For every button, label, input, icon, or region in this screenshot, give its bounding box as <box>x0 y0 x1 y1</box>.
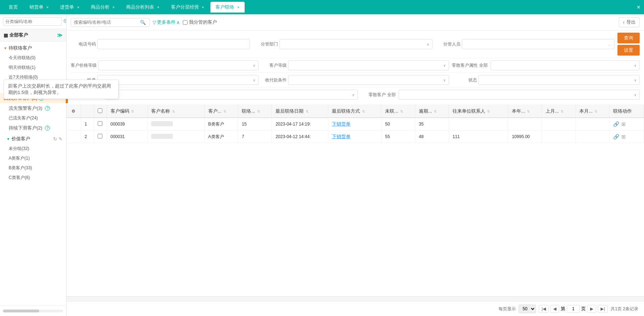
lost-potential[interactable]: 流失预警客户(3) ? <box>0 103 66 113</box>
row1-last-method[interactable]: 下销货单 <box>328 118 381 131</box>
tab-purchase-order[interactable]: 进货单 × <box>55 2 84 13</box>
toolbar-search-icon[interactable]: 🔍 <box>140 20 146 25</box>
dept-label: 分管部门 <box>253 41 278 47</box>
a-class-customers[interactable]: A类客户(1) <box>0 154 66 163</box>
gender-select[interactable]: ∨ <box>97 75 259 85</box>
sidebar-scrollbar[interactable] <box>3 310 63 312</box>
customer-grade-sort: ⇅ <box>223 109 226 113</box>
col-this-month-header[interactable]: 本月... ⇅ <box>575 105 609 118</box>
col-unit-contact-header[interactable]: 往来单位联系人 ⇅ <box>449 105 508 118</box>
refresh-icon[interactable]: ↻ <box>53 136 57 142</box>
my-customers-checkbox[interactable] <box>183 20 187 25</box>
payment-label: 收付款条件 <box>261 77 287 83</box>
col-last-month-header[interactable]: 上月... ⇅ <box>542 105 576 118</box>
collapse-icon[interactable]: ≫ <box>57 32 62 38</box>
dept-select[interactable]: ∨ <box>279 39 432 49</box>
last-page-button[interactable]: ▶| <box>598 305 608 313</box>
next-page-button[interactable]: ▶ <box>587 305 596 313</box>
col-last-contact-date-header[interactable]: 最后联络日期 ⇅ <box>272 105 328 118</box>
row2-last-method-link[interactable]: 下销货单 <box>332 134 351 139</box>
col-last-contact-method-header[interactable]: 最后联络方式 ⇅ <box>328 105 381 118</box>
customer-grade-chevron: ∨ <box>443 63 446 67</box>
close-customer-contact-tab[interactable]: × <box>237 5 239 9</box>
sidebar-search-input[interactable] <box>3 17 62 26</box>
not-contact-sort: ⇅ <box>400 109 403 113</box>
actual-lost[interactable]: 已流失客户(24) <box>0 113 66 123</box>
close-product-list-tab[interactable]: × <box>157 5 159 9</box>
row2-checkbox[interactable] <box>98 134 102 138</box>
row2-last-method[interactable]: 下销货单 <box>328 131 381 143</box>
row2-name-placeholder <box>151 134 173 139</box>
toolbar-search-input[interactable] <box>74 20 139 25</box>
more-conditions-toggle[interactable]: ▽ 更多条件 ∧ <box>153 19 180 25</box>
tab-home[interactable]: 首页 <box>4 2 23 13</box>
retail-customer-select[interactable]: ∨ <box>399 90 640 100</box>
per-page-select[interactable]: 50 <box>519 305 536 313</box>
close-sales-tab[interactable]: × <box>46 5 48 9</box>
page-number-input[interactable] <box>567 305 580 313</box>
customer-type-select[interactable]: ∨ <box>105 90 357 100</box>
prev-page-button[interactable]: ◀ <box>550 305 559 313</box>
continuous-decline[interactable]: 持续下滑客户(2) ? <box>0 123 66 133</box>
row2-link-icon[interactable]: 🔗 <box>613 134 619 140</box>
value-customer-header[interactable]: ▼ 价值客户 ↻ ✎ <box>0 134 66 144</box>
window-close-button[interactable]: × <box>636 4 640 11</box>
row1-checkbox-cell[interactable] <box>94 118 107 131</box>
col-customer-name-header[interactable]: 客户名称 ⇅ <box>148 105 204 118</box>
manager-select[interactable]: … <box>462 39 615 49</box>
b-class-customers[interactable]: B类客户(33) <box>0 163 66 173</box>
settings-button[interactable]: 设置 <box>617 45 640 56</box>
tab-product-analysis[interactable]: 商品分析 × <box>86 2 120 13</box>
price-grade-select[interactable]: ∨ <box>98 60 259 70</box>
tab-customer-contact[interactable]: 客户联络 × <box>210 2 244 13</box>
ungrouped-customers[interactable]: 未分组(32) <box>0 144 66 154</box>
tab-customer-management[interactable]: 客户分层经营 × <box>166 2 209 13</box>
close-purchase-tab[interactable]: × <box>77 5 79 9</box>
row1-grid-icon[interactable]: ⊞ <box>621 121 626 127</box>
col-settings[interactable]: ⚙ <box>66 105 81 118</box>
col-contact-count-header[interactable]: 联络... ⇅ <box>238 105 272 118</box>
tomorrow-waiting[interactable]: 明天待联络(1) <box>0 63 66 72</box>
row1-checkbox[interactable] <box>98 121 102 126</box>
col-checkbox-header[interactable] <box>94 105 107 118</box>
payment-select[interactable]: ∨ <box>288 75 449 85</box>
edit-icon[interactable]: ✎ <box>59 136 62 142</box>
phone-input[interactable] <box>97 39 250 49</box>
h-scroll-inner <box>66 297 644 297</box>
today-waiting[interactable]: 今天待联络(0) <box>0 53 66 63</box>
c-class-customers[interactable]: C类客户(6) <box>0 173 66 183</box>
row2-code: 000031 <box>107 131 148 143</box>
my-customers-checkbox-label[interactable]: 我分管的客户 <box>183 19 217 25</box>
row1-link-icon[interactable]: 🔗 <box>613 121 619 127</box>
filter-price-grade: 客户价格等级 ∨ <box>71 60 259 70</box>
row2-checkbox-cell[interactable] <box>94 131 107 143</box>
manager-label: 分管人员 <box>435 41 460 47</box>
customer-grade-select[interactable]: ∨ <box>288 60 449 70</box>
col-customer-code-header[interactable]: 客户编码 ⇅ <box>107 105 148 118</box>
query-button[interactable]: 查询 <box>617 33 640 43</box>
dept-chevron: ∨ <box>427 42 429 46</box>
select-all-checkbox[interactable] <box>98 108 102 113</box>
tab-product-analysis-list[interactable]: 商品分析列表 × <box>121 2 164 13</box>
first-page-button[interactable]: |◀ <box>539 305 549 313</box>
last-contact-date-col-label: 最后联络日期 <box>275 108 304 114</box>
retail-attr-select[interactable]: ∨ <box>491 60 640 70</box>
waiting-contact-group-label[interactable]: ▼ 待联络客户 <box>0 43 66 53</box>
row1-this-year <box>508 118 542 131</box>
horizontal-scrollbar[interactable] <box>66 296 644 301</box>
col-overdue-header[interactable]: 逾期... ⇅ <box>415 105 449 118</box>
col-customer-grade-header[interactable]: 客户... ⇅ <box>204 105 238 118</box>
export-button[interactable]: ↑ 导出 <box>619 17 640 27</box>
col-this-year-header[interactable]: 本年... ⇅ <box>508 105 542 118</box>
row2-grade: A类客户 <box>204 131 238 143</box>
close-product-analysis-tab[interactable]: × <box>112 5 115 9</box>
sidebar-search-icon[interactable]: 🔍 <box>63 19 66 24</box>
row2-grid-icon[interactable]: ⊞ <box>621 134 626 140</box>
row1-last-method-link[interactable]: 下销货单 <box>332 121 351 127</box>
total-records-info: 共1页 2条记录 <box>611 306 638 312</box>
tab-sales-order[interactable]: 销货单 × <box>24 2 54 13</box>
table-scroll[interactable]: ⚙ 客户编码 ⇅ 客户名称 ⇅ <box>66 105 644 296</box>
status-select[interactable]: ∨ <box>478 75 640 85</box>
close-customer-mgmt-tab[interactable]: × <box>202 5 204 9</box>
col-not-contact-header[interactable]: 未联... ⇅ <box>381 105 415 118</box>
